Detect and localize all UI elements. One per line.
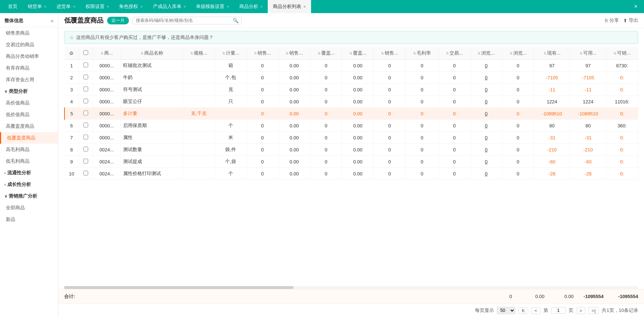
col-sale-amt[interactable]: ⇅销售...: [278, 47, 310, 60]
sidebar-item-category-rate[interactable]: 商品分类动销率: [0, 51, 58, 62]
last-page-button[interactable]: >|: [588, 307, 599, 314]
nav-tab-home[interactable]: 首页: [3, 0, 23, 13]
nav-tab-sales[interactable]: 销货单 ×: [23, 0, 51, 13]
table-row[interactable]: 4 0000... 眼宝公仔 只 0 0.00 0 0.00 0 0 0 0 0…: [64, 96, 638, 108]
col-browse-b[interactable]: ⇅浏览...: [502, 47, 534, 60]
col-sale-b[interactable]: ⇅销售...: [374, 47, 405, 60]
row-browse-a[interactable]: 0: [470, 132, 502, 144]
row-select-checkbox[interactable]: [83, 171, 88, 175]
share-button[interactable]: ⎘ 分享: [605, 17, 619, 24]
col-unit[interactable]: ⇅计量...: [215, 47, 246, 60]
close-icon[interactable]: ×: [260, 4, 263, 9]
nav-tab-purchase[interactable]: 进货单 ×: [51, 0, 80, 13]
row-select-checkbox[interactable]: [83, 111, 88, 115]
col-browse-a[interactable]: ⇅浏览...: [470, 47, 502, 60]
row-browse-a[interactable]: 0: [470, 72, 502, 84]
col-stock-now[interactable]: ⇅现有...: [534, 47, 570, 60]
close-icon[interactable]: ×: [44, 4, 46, 9]
row-name[interactable]: 眼宝公仔: [121, 96, 183, 108]
horizontal-scrollbar[interactable]: [64, 286, 638, 289]
row-checkbox[interactable]: [79, 144, 93, 156]
col-spec[interactable]: ⇅规格...: [183, 47, 215, 60]
row-name[interactable]: 牛奶: [121, 72, 183, 84]
col-stock-avail[interactable]: ⇅可用...: [570, 47, 606, 60]
nav-tab-role[interactable]: 角色授权 ×: [114, 0, 148, 13]
close-icon[interactable]: ×: [227, 4, 229, 9]
row-checkbox[interactable]: [79, 120, 93, 132]
sidebar-section-sku[interactable]: ∨ 类型分析: [0, 86, 58, 97]
sidebar-item-low-coverage[interactable]: 低覆盖度商品: [0, 132, 58, 144]
sidebar-collapse-button[interactable]: «: [51, 18, 54, 24]
col-cover-b[interactable]: ⇅覆盖...: [342, 47, 374, 60]
page-number-input[interactable]: [551, 307, 566, 314]
table-container[interactable]: ⚙ ⇅商... ⇅商品名称 ⇅规格... ⇅计量... ⇅销售... ⇅销售..…: [58, 47, 644, 286]
table-row[interactable]: 10 0024... 属性价格打印测试 个 0 0.00 0 0.00 0 0 …: [64, 168, 638, 180]
row-select-checkbox[interactable]: [83, 159, 88, 163]
col-sale-qty[interactable]: ⇅销售...: [247, 47, 278, 60]
row-browse-a[interactable]: 0: [470, 96, 502, 108]
row-checkbox[interactable]: [79, 156, 93, 168]
row-checkbox[interactable]: [79, 132, 93, 144]
row-name[interactable]: 启用保质期: [121, 120, 183, 132]
scrollbar-thumb[interactable]: [64, 286, 294, 289]
sidebar-item-sales-goods[interactable]: 销售类商品: [0, 27, 58, 39]
close-icon[interactable]: ×: [107, 4, 109, 9]
nav-tab-goods-analysis[interactable]: 商品分析 ×: [234, 0, 268, 13]
table-row[interactable]: 5 0000... 多计量 克,千克 0 0.00 0 0.00 0 0 0 0…: [64, 108, 638, 120]
row-browse-a[interactable]: 0: [470, 84, 502, 96]
export-button[interactable]: ⬆ 导出: [623, 17, 638, 24]
row-name[interactable]: 属性价格打印测试: [121, 168, 183, 180]
first-page-button[interactable]: K: [518, 307, 528, 314]
row-checkbox[interactable]: [79, 108, 93, 120]
col-name[interactable]: ⇅商品名称: [121, 47, 183, 60]
row-select-checkbox[interactable]: [83, 99, 88, 103]
period-button[interactable]: 近一月: [107, 17, 129, 24]
col-code[interactable]: ⇅商...: [93, 47, 121, 60]
row-browse-a[interactable]: 0: [470, 120, 502, 132]
col-stock-sale[interactable]: ⇅可销...: [606, 47, 638, 60]
table-row[interactable]: 7 0000... 属性 米 0 0.00 0 0.00 0 0 0 0 0 -…: [64, 132, 638, 144]
table-row[interactable]: 2 0000... 牛奶 个,包 0 0.00 0 0.00 0 0 0 0 0…: [64, 72, 638, 84]
row-name[interactable]: 旺辅批次测试: [121, 60, 183, 72]
sidebar-item-high-coverage[interactable]: 高覆盖度商品: [0, 120, 58, 132]
prev-page-button[interactable]: <: [531, 307, 541, 314]
row-browse-a[interactable]: 0: [470, 108, 502, 120]
sidebar-section-flow[interactable]: › 流通性分析: [0, 167, 58, 179]
sidebar-item-high-value[interactable]: 高价值商品: [0, 97, 58, 109]
nav-tab-product-instock[interactable]: 产成品入库单 ×: [148, 0, 191, 13]
row-select-checkbox[interactable]: [83, 135, 88, 139]
col-cover-a[interactable]: ⇅覆盖...: [310, 47, 342, 60]
col-trade[interactable]: ⇅交易...: [439, 47, 470, 60]
search-input[interactable]: [136, 18, 233, 23]
sidebar-item-low-value[interactable]: 低价值商品: [0, 109, 58, 120]
next-page-button[interactable]: >: [576, 307, 586, 314]
col-gross-rate[interactable]: ⇅毛利率: [405, 47, 438, 60]
table-row[interactable]: 3 0000... 符号测试 克 0 0.00 0 0.00 0 0 0 0 0…: [64, 84, 638, 96]
row-checkbox[interactable]: [79, 96, 93, 108]
row-browse-a[interactable]: 0: [470, 144, 502, 156]
nav-tab-template[interactable]: 单据模板设置 ×: [191, 0, 234, 13]
page-size-select[interactable]: 50 20 100 200: [497, 307, 515, 314]
row-name[interactable]: 符号测试: [121, 84, 183, 96]
row-checkbox[interactable]: [79, 72, 93, 84]
row-select-checkbox[interactable]: [83, 147, 88, 151]
row-browse-a[interactable]: 0: [470, 168, 502, 180]
nav-tab-goods-analysis-list[interactable]: 商品分析列表 ×: [268, 0, 311, 13]
row-name[interactable]: 多计量: [121, 108, 183, 120]
table-row[interactable]: 8 0024... 测试数量 袋,件 0 0.00 0 0.00 0 0 0 0…: [64, 144, 638, 156]
select-all-checkbox[interactable]: [83, 50, 88, 55]
sidebar-item-high-margin[interactable]: 高毛利商品: [0, 144, 58, 155]
row-select-checkbox[interactable]: [83, 87, 88, 91]
row-select-checkbox[interactable]: [83, 75, 88, 79]
search-icon[interactable]: 🔍: [233, 18, 239, 23]
row-checkbox[interactable]: [79, 168, 93, 180]
sidebar-item-stock-goods[interactable]: 有库存商品: [0, 62, 58, 74]
sidebar-section-market[interactable]: ∨ 营销推广分析: [0, 190, 58, 202]
close-icon[interactable]: ×: [140, 4, 142, 9]
row-browse-a[interactable]: 0: [470, 156, 502, 168]
col-settings[interactable]: ⚙: [64, 47, 79, 60]
close-icon[interactable]: ×: [184, 4, 186, 9]
sidebar-item-new-goods[interactable]: 新品: [0, 214, 58, 225]
nav-tab-permission[interactable]: 权限设置 ×: [80, 0, 114, 13]
row-name[interactable]: 测试数量: [121, 144, 183, 156]
